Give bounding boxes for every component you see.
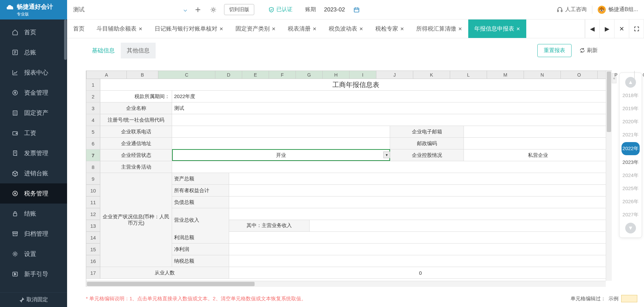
unpin-sidebar[interactable]: 取消固定 [0,292,67,307]
col-J[interactable]: J [376,71,413,79]
col-L[interactable]: L [450,71,487,79]
nav-salary[interactable]: 工资 [0,123,67,143]
cell-total-assets-label[interactable]: 资产总额 [172,173,229,184]
rowhdr-13[interactable]: 13 [86,220,100,232]
cell-mainbiz-value[interactable] [172,161,612,173]
year-2020[interactable]: 2020年 [620,115,642,128]
cell-mainbiz-label[interactable]: 主营业务活动 [100,161,172,173]
close-icon[interactable]: ✕ [516,26,520,32]
col-I[interactable]: I [350,71,376,79]
tab-journal-bank[interactable]: 日记账与银行对账单核对✕ [149,19,229,38]
rowhdr-8[interactable]: 8 [86,161,100,173]
year-2026[interactable]: 2026年 [620,195,642,208]
tab-income-tax[interactable]: 所得税汇算清缴✕ [410,19,468,38]
rowhdr-6[interactable]: 6 [86,138,100,149]
cell-phone-label[interactable]: 企业联系电话 [100,126,172,137]
refresh-button[interactable]: 刷新 [580,47,598,54]
rowhdr-3[interactable]: 3 [86,102,100,114]
cell-total-tax-value[interactable] [229,255,612,267]
cell-ofwhich-label[interactable]: 其中：主营业务收入 [229,220,310,232]
col-O[interactable]: O [561,71,598,79]
nav-fixed-assets[interactable]: 固定资产 [0,103,67,123]
tabs-next[interactable]: ▶ [600,19,614,38]
cell-owner-equity-label[interactable]: 所有者权益合计 [172,185,229,196]
cell-asset-info-label[interactable]: 企业资产状况信息(币种：人民币万元) [100,173,172,267]
nav-inventory[interactable]: 进销台账 [0,163,67,183]
nav-guide[interactable]: 新手引导 [0,264,67,284]
spreadsheet[interactable]: A B C D E F G H I J K L M N O P Q 1 工商年报… [86,71,612,287]
year-down-button[interactable]: ▼ [625,223,636,233]
cell-dropdown-arrow[interactable]: ▼ [383,151,390,158]
cell-company-name-value[interactable]: 测试 [172,102,612,114]
hscroll-thumb[interactable] [87,282,255,286]
cell-total-profit-label[interactable]: 利润总额 [172,232,229,243]
nav-tax[interactable]: 税务管理 [0,183,67,204]
close-icon[interactable]: ✕ [313,26,317,32]
rowhdr-17[interactable]: 17 [86,267,100,278]
cell-net-profit-value[interactable] [229,244,612,255]
rowhdr-7[interactable]: 7 [86,149,100,161]
cell-total-revenue-label[interactable]: 营业总收入 [172,208,229,232]
consult-button[interactable]: 人工咨询 [556,6,587,13]
rowhdr-5[interactable]: 5 [86,126,100,137]
col-E[interactable]: E [242,71,269,79]
rowhdr-10[interactable]: 10 [86,185,100,196]
tab-home[interactable]: 首页 [67,19,91,38]
rowhdr-12[interactable]: 12 [86,208,100,220]
rowhdr-15[interactable]: 15 [86,244,100,255]
year-2022[interactable]: 2022年 [622,142,640,155]
nav-ledger[interactable]: 总账 [0,42,67,62]
vscroll-thumb[interactable] [607,72,611,132]
cell-postcode-label[interactable]: 邮政编码 [390,138,464,149]
nav-reports[interactable]: 报表中心 [0,62,67,83]
tab-tax-fluctuation[interactable]: 税负波动表✕ [323,19,369,38]
col-H[interactable]: H [323,71,350,79]
tabs-prev[interactable]: ◀ [585,19,600,38]
rowhdr-9[interactable]: 9 [86,173,100,185]
add-button[interactable] [193,5,203,14]
cell-total-assets-value[interactable] [229,173,612,184]
rowhdr-4[interactable]: 4 [86,114,100,126]
rowhdr-14[interactable]: 14 [86,232,100,244]
reset-report-button[interactable]: 重置报表 [537,44,572,57]
tab-annual-report[interactable]: 年报信息申报表✕ [468,19,526,38]
user-menu[interactable]: 🐯 畅捷通B组... [598,6,638,14]
close-icon[interactable]: ✕ [359,26,363,32]
horizontal-scrollbar[interactable] [86,281,606,287]
year-2023[interactable]: 2023年 [620,156,642,169]
year-2021[interactable]: 2021年 [620,128,642,141]
settings-button[interactable] [209,5,218,14]
cell-phone-value[interactable] [172,126,390,137]
cell-total-revenue-value[interactable] [229,208,612,220]
cell-total-liab-value[interactable] [229,196,612,208]
cell-company-name-label[interactable]: 企业名称 [100,102,172,114]
rowhdr-16[interactable]: 16 [86,255,100,267]
cell-employees-label[interactable]: 从业人数 [100,267,229,278]
col-G[interactable]: G [296,71,323,79]
col-A[interactable]: A [87,71,127,79]
vertical-scrollbar[interactable] [606,71,612,281]
cell-total-liab-label[interactable]: 负债总额 [172,196,229,208]
cell-period-label[interactable]: 税款所属期间： [100,91,172,102]
cell-total-profit-value[interactable] [229,232,612,243]
cell-email-value[interactable] [464,126,612,137]
rowhdr-2[interactable]: 2 [86,91,100,102]
cell-regcode-value[interactable] [172,114,612,126]
cell-status-label[interactable]: 企业经营状态 [100,149,172,161]
cell-net-profit-label[interactable]: 净利润 [172,244,229,255]
year-2018[interactable]: 2018年 [620,89,642,102]
cell-status-value[interactable]: 开业 [172,149,390,161]
col-N[interactable]: N [524,71,561,79]
year-2024[interactable]: 2024年 [620,169,642,182]
switch-old-version-button[interactable]: 切到旧版 [224,4,254,15]
cell-ofwhich-value[interactable] [310,220,612,232]
nav-settings[interactable]: 设置 [0,244,67,264]
col-Q[interactable]: Q [635,71,644,79]
nav-invoice[interactable]: 发票管理 [0,143,67,163]
cell-owner-equity-value[interactable] [229,185,612,196]
rowhdr-11[interactable]: 11 [86,196,100,208]
cell-address-value[interactable] [172,138,390,149]
nav-funds[interactable]: 资金管理 [0,83,67,103]
cell-holding-value[interactable]: 私营企业 [464,149,612,161]
cell-postcode-value[interactable] [464,138,612,149]
